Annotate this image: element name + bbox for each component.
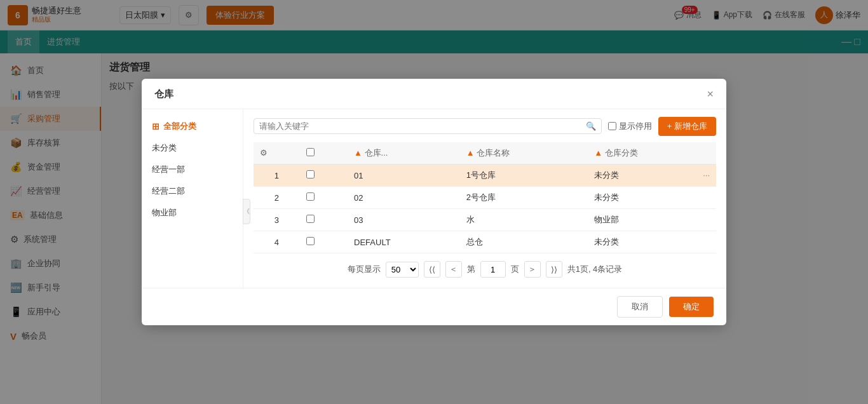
next-page-button[interactable]: ＞ [524,261,541,278]
row-checkbox-cell [300,187,348,209]
row-code: DEFAULT [348,231,460,253]
cat-all-label: 全部分类 [163,121,196,132]
modal-header: 仓库 × [142,79,726,109]
table-row[interactable]: 1 01 1号仓库 未分类··· [254,164,716,187]
cat-item-all[interactable]: ⊞ 全部分类 [142,116,243,137]
th-code[interactable]: ▲ 仓库... [348,142,460,165]
row-name: 水 [460,209,588,231]
per-page-label: 每页显示 [348,264,381,275]
modal-body: ⊞ 全部分类 未分类 经营一部 经营二部 物业部 《 [142,109,726,288]
category-sidebar: ⊞ 全部分类 未分类 经营一部 经营二部 物业部 《 [142,109,243,288]
modal-close-button[interactable]: × [707,88,714,101]
row-code: 01 [348,164,460,187]
row-num: 4 [254,231,300,253]
warehouse-table-container: ⚙ ▲ 仓库... ▲ [254,142,716,254]
select-all-checkbox[interactable] [306,148,315,156]
modal-overlay: 仓库 × ⊞ 全部分类 未分类 经营一部 经营二部 [0,0,868,404]
modal-footer: 取消 确定 [142,288,726,325]
row-checkbox-cell [300,164,348,187]
grid-icon: ⊞ [152,121,159,131]
confirm-button[interactable]: 确定 [669,297,714,317]
th-name[interactable]: ▲ 仓库名称 [460,142,588,165]
sort-icon: ▲ [354,148,362,158]
search-box: 🔍 [254,118,602,134]
modal-toolbar: 🔍 显示停用 + 新增仓库 [254,117,716,136]
row-checkbox[interactable] [306,170,315,178]
cat-item-uncategorized[interactable]: 未分类 [142,137,243,159]
page-label: 页 [511,264,519,275]
row-num: 2 [254,187,300,209]
row-category: 未分类··· [588,165,716,187]
sort-icon-cat: ▲ [594,148,602,158]
row-category: 未分类 [588,187,716,209]
row-num: 3 [254,209,300,231]
th-checkbox [300,142,348,165]
show-disabled-checkbox[interactable] [608,122,616,130]
cat-label-0: 未分类 [152,142,177,154]
page-number-input[interactable] [480,261,506,278]
total-info: 共1页, 4条记录 [567,264,623,275]
cat-item-dept1[interactable]: 经营一部 [142,159,243,180]
settings-icon: ⚙ [260,148,268,158]
category-collapse-button[interactable]: 《 [243,199,250,224]
search-icon: 🔍 [586,121,596,131]
table-row[interactable]: 4 DEFAULT 总仓 未分类 [254,231,716,253]
sort-icon-name: ▲ [466,148,475,158]
modal-title: 仓库 [154,88,173,100]
row-checkbox[interactable] [306,215,315,223]
row-checkbox-cell [300,209,348,231]
row-name: 总仓 [460,231,588,253]
th-category[interactable]: ▲ 仓库分类 [588,142,716,165]
cancel-button[interactable]: 取消 [617,296,663,318]
first-page-button[interactable]: ⟨⟨ [424,261,440,278]
warehouse-table: ⚙ ▲ 仓库... ▲ [254,142,716,254]
th-settings: ⚙ [254,142,300,165]
cat-item-dept2[interactable]: 经营二部 [142,180,243,202]
row-category: 未分类 [588,231,716,253]
table-row[interactable]: 3 03 水 物业部 [254,209,716,231]
table-row[interactable]: 2 02 2号仓库 未分类 [254,187,716,209]
page-indicator-label: 第 [467,264,475,275]
per-page-select[interactable]: 50 100 [386,262,419,278]
row-actions[interactable]: ··· [703,170,710,180]
search-input[interactable] [259,121,586,131]
row-name: 2号仓库 [460,187,588,209]
cat-item-property[interactable]: 物业部 [142,202,243,224]
row-code: 02 [348,187,460,209]
row-num: 1 [254,164,300,187]
cat-label-1: 经营一部 [152,164,185,175]
row-checkbox-cell [300,231,348,253]
row-checkbox[interactable] [306,237,315,245]
cat-label-3: 物业部 [152,207,177,219]
add-warehouse-button[interactable]: + 新增仓库 [658,117,716,136]
show-disabled-label[interactable]: 显示停用 [608,121,652,132]
row-code: 03 [348,209,460,231]
row-name: 1号仓库 [460,164,588,187]
row-checkbox[interactable] [306,192,315,201]
table-header-row: ⚙ ▲ 仓库... ▲ [254,142,716,165]
prev-page-button[interactable]: ＜ [445,261,462,278]
row-category: 物业部 [588,209,716,231]
modal-main-content: 🔍 显示停用 + 新增仓库 ⚙ [243,109,726,288]
pagination: 每页显示 50 100 ⟨⟨ ＜ 第 页 ＞ ⟩⟩ 共1页, 4条记录 [254,253,716,280]
last-page-button[interactable]: ⟩⟩ [546,261,562,278]
cat-label-2: 经营二部 [152,185,185,197]
warehouse-modal: 仓库 × ⊞ 全部分类 未分类 经营一部 经营二部 [142,79,726,326]
